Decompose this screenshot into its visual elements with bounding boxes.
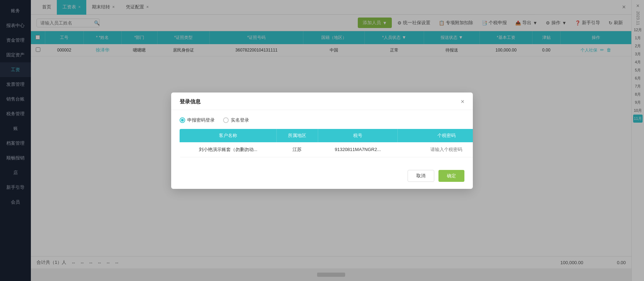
dialog-th-所属地区: 所属地区 <box>276 129 318 142</box>
dialog-row-所属地区: 江苏 <box>276 142 318 157</box>
dialog-row-税号: 91320811MA7NGR2... <box>318 142 397 157</box>
dialog-th-客户名称: 客户名称 <box>180 129 276 142</box>
confirm-button[interactable]: 确定 <box>438 170 464 182</box>
radio-申报密码登录[interactable]: 申报密码登录 <box>180 117 215 123</box>
dialog-close-icon[interactable]: × <box>461 98 464 105</box>
dialog-row-个税密码 <box>398 142 473 157</box>
dialog-th-税号: 税号 <box>318 129 397 142</box>
dialog-th-个税密码: 个税密码 <box>398 129 473 142</box>
dialog-title: 登录信息 <box>180 98 201 105</box>
dialog-table: 客户名称 所属地区 税号 个税密码 刘小艳演示账套（勿删勿动... 江苏 913… <box>180 129 473 157</box>
dialog-body: 申报密码登录 实名登录 客户名称 所属地区 税号 个税密码 <box>171 110 473 164</box>
radio-circle-实名登录 <box>223 117 229 123</box>
radio-circle-申报密码登录 <box>180 117 185 123</box>
dialog-footer: 取消 确定 <box>171 164 473 189</box>
dialog-row-客户名称: 刘小艳演示账套（勿删勿动... <box>180 142 276 157</box>
radio-实名登录[interactable]: 实名登录 <box>223 117 249 123</box>
cancel-button[interactable]: 取消 <box>408 170 434 182</box>
dialog-header: 登录信息 × <box>171 92 473 110</box>
tax-password-input[interactable] <box>403 147 473 152</box>
dialog-overlay: 登录信息 × 申报密码登录 实名登录 客户名称 所属地区 <box>0 0 644 281</box>
radio-group: 申报密码登录 实名登录 <box>180 117 464 123</box>
login-info-dialog: 登录信息 × 申报密码登录 实名登录 客户名称 所属地区 <box>171 92 473 189</box>
dialog-table-row: 刘小艳演示账套（勿删勿动... 江苏 91320811MA7NGR2... <box>180 142 473 157</box>
